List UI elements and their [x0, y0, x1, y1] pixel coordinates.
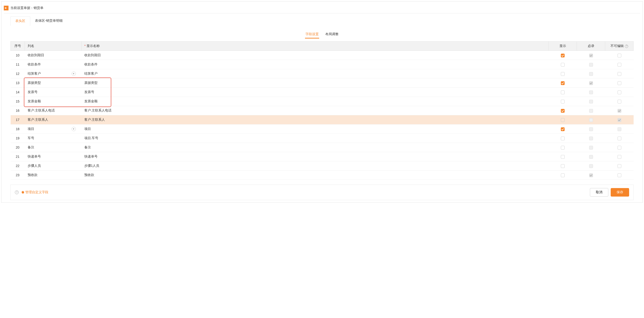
row-display-name[interactable]: 快递单号: [82, 152, 548, 161]
help-icon[interactable]: ?: [625, 45, 628, 48]
sub-tab-layout-adjust[interactable]: 布局调整: [325, 31, 339, 38]
save-button[interactable]: 保存: [611, 188, 629, 196]
readonly-checkbox: [618, 127, 621, 131]
table-row[interactable]: 13票据类型票据类型: [11, 78, 634, 88]
show-checkbox[interactable]: [561, 109, 564, 113]
table-row[interactable]: 21快递单号快递单号: [11, 152, 634, 161]
table-row[interactable]: 19车号项目.车号: [11, 134, 634, 143]
table-row[interactable]: 15发票金额发票金额: [11, 97, 634, 106]
footer-right: 取消 保存: [590, 188, 629, 196]
show-cell: [548, 124, 577, 134]
show-checkbox[interactable]: [561, 72, 564, 76]
table-row[interactable]: 12结算客户+结算客户: [11, 69, 634, 78]
readonly-cell: [605, 170, 634, 180]
row-display-name[interactable]: 客户.主联系人: [82, 115, 548, 124]
table-row[interactable]: 17客户.主联系人客户.主联系人: [11, 115, 634, 124]
row-seq: 23: [11, 170, 25, 180]
show-checkbox[interactable]: [561, 127, 564, 131]
row-display-name[interactable]: 票据类型: [82, 78, 548, 88]
row-name: 快递单号: [25, 152, 82, 161]
table-row[interactable]: 23预收款预收款: [11, 170, 634, 180]
readonly-checkbox[interactable]: [618, 54, 621, 58]
manage-custom-fields-link[interactable]: 管理自定义字段: [21, 190, 48, 194]
readonly-checkbox[interactable]: [618, 164, 621, 168]
row-display-name[interactable]: 项目.车号: [82, 134, 548, 143]
table-row[interactable]: 22步骤人员步骤1人员: [11, 161, 634, 170]
show-checkbox[interactable]: [561, 118, 564, 122]
show-checkbox[interactable]: [561, 100, 564, 104]
cancel-button[interactable]: 取消: [590, 188, 608, 196]
manage-link-label: 管理自定义字段: [25, 190, 48, 194]
row-display-name[interactable]: 发票号: [82, 88, 548, 97]
collapse-button[interactable]: [4, 6, 8, 10]
required-checkbox: [589, 72, 593, 76]
row-name-label: 项目: [28, 127, 34, 131]
readonly-checkbox[interactable]: [618, 155, 621, 159]
tab-header-area[interactable]: 表头区: [10, 16, 30, 26]
required-cell: [577, 152, 605, 161]
table-row[interactable]: 16客户.主联系人电话客户.主联系人电话: [11, 106, 634, 115]
show-cell: [548, 115, 577, 124]
required-cell: [577, 161, 605, 170]
readonly-checkbox[interactable]: [618, 72, 621, 76]
show-cell: [548, 106, 577, 115]
row-display-name[interactable]: 项目: [82, 124, 548, 134]
row-name: 项目+: [25, 124, 82, 134]
tab-body-area[interactable]: 表体区-销货单明细: [30, 16, 67, 26]
readonly-checkbox[interactable]: [618, 174, 621, 177]
table-row[interactable]: 10收款到期日收款到期日: [11, 51, 634, 60]
row-display-name[interactable]: 收款条件: [82, 60, 548, 69]
show-checkbox[interactable]: [561, 90, 564, 94]
readonly-cell: [605, 88, 634, 97]
table-row[interactable]: 20备注备注: [11, 143, 634, 152]
col-header-required: 必录: [577, 42, 605, 51]
row-display-name[interactable]: 收款到期日: [82, 51, 548, 60]
row-name: 收款条件: [25, 60, 82, 69]
help-icon[interactable]: ?: [15, 190, 19, 194]
required-checkbox: [589, 63, 593, 66]
table-row[interactable]: 14发票号发票号: [11, 88, 634, 97]
show-checkbox[interactable]: [561, 136, 564, 140]
row-display-name[interactable]: 客户.主联系人电话: [82, 106, 548, 115]
readonly-cell: [605, 115, 634, 124]
show-cell: [548, 161, 577, 170]
readonly-cell: [605, 69, 634, 78]
readonly-checkbox[interactable]: [618, 146, 621, 150]
show-checkbox[interactable]: [561, 81, 564, 85]
show-checkbox[interactable]: [561, 54, 564, 58]
main-tabs: 表头区 表体区-销货单明细: [10, 16, 640, 26]
readonly-checkbox[interactable]: [618, 100, 621, 104]
row-name-label: 快递单号: [28, 154, 41, 159]
plus-icon[interactable]: +: [72, 72, 76, 76]
show-checkbox[interactable]: [561, 155, 564, 159]
row-display-name[interactable]: 预收款: [82, 170, 548, 180]
fields-table: 序号 列名 *显示名称 显示 必录 不可编辑 ? 10收款到期日收款到期日11收…: [10, 41, 634, 180]
sub-tab-field-settings[interactable]: 字段设置: [305, 31, 319, 38]
show-checkbox[interactable]: [561, 63, 564, 66]
row-display-name[interactable]: 发票金额: [82, 97, 548, 106]
col-header-display: *显示名称: [82, 42, 548, 51]
show-cell: [548, 143, 577, 152]
show-cell: [548, 88, 577, 97]
plus-icon[interactable]: +: [72, 127, 76, 131]
show-checkbox[interactable]: [561, 146, 564, 150]
readonly-checkbox[interactable]: [618, 90, 621, 94]
show-checkbox[interactable]: [561, 164, 564, 168]
readonly-checkbox[interactable]: [618, 81, 621, 85]
row-display-name[interactable]: 步骤1人员: [82, 161, 548, 170]
table-row[interactable]: 11收款条件收款条件: [11, 60, 634, 69]
required-cell: [577, 134, 605, 143]
show-checkbox[interactable]: [561, 174, 564, 177]
table-row[interactable]: 18项目+项目: [11, 124, 634, 134]
readonly-checkbox[interactable]: [618, 136, 621, 140]
readonly-cell: [605, 51, 634, 60]
show-cell: [548, 60, 577, 69]
required-mark-icon: *: [84, 44, 86, 48]
readonly-cell: [605, 161, 634, 170]
row-display-name[interactable]: 备注: [82, 143, 548, 152]
readonly-checkbox[interactable]: [618, 63, 621, 66]
row-seq: 10: [11, 51, 25, 60]
required-cell: [577, 124, 605, 134]
row-name: 预收款: [25, 170, 82, 180]
row-display-name[interactable]: 结算客户: [82, 69, 548, 78]
